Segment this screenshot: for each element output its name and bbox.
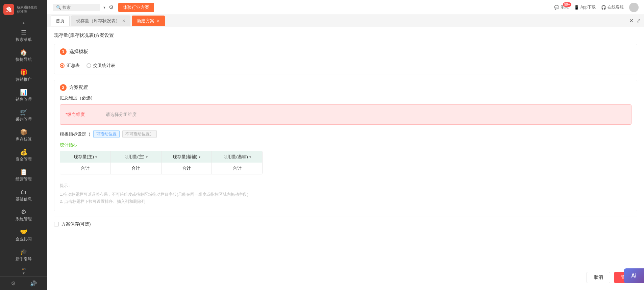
search-box[interactable]: 🔍 (53, 4, 100, 11)
tip-1: 1.拖动标题栏可以调整布局，不可跨维度或指标区域拖动栏目字段(只能在同一维度或指… (60, 191, 631, 198)
settings-bottom-btn[interactable]: ⚙ (11, 280, 16, 287)
try-industry-btn[interactable]: 体验行业方案 (118, 3, 154, 12)
dimension-box[interactable]: *纵向维度 —— 请选择分组维度 (60, 104, 631, 125)
sidebar-item-label: 经营管理 (16, 176, 32, 182)
online-service-btn[interactable]: 🎧 在线客服 (601, 4, 624, 10)
gift-icon: 🎁 (20, 69, 27, 75)
sidebar-item-system[interactable]: ⚙ 系统管理 (0, 206, 47, 225)
sidebar-bottom: ⚙ 🔊 (0, 276, 47, 290)
tabbar: 首页 现存量（库存状况表） ✕ 新建方案 ✕ ✕ ⤢ (47, 15, 644, 27)
ai-assistant-btn[interactable]: Ai (624, 268, 644, 283)
save-label: 方案保存(可选) (61, 221, 91, 227)
indicator-setting-label: 模板指标设定（ (60, 131, 91, 137)
sidebar-item-shortcut[interactable]: 🏠 快捷导航 (0, 46, 47, 66)
dropdown-trigger[interactable]: ▾ (103, 5, 105, 10)
sidebar-item-label: 库存核算 (16, 137, 32, 142)
tip-2: 2. 点击标题栏下拉可设置排序、插入列和删除列 (60, 198, 631, 206)
stats-col-3[interactable]: 现存量(基辅) ▾ (162, 151, 212, 163)
sidebar-item-label: 营销推广 (16, 77, 32, 82)
newbie-icon: 🎓 (20, 249, 27, 255)
stats-col-1[interactable]: 现存量(主) ▾ (60, 151, 111, 163)
tab-new-plan[interactable]: 新建方案 ✕ (132, 16, 165, 26)
stats-col-4-label: 可用量(基辅) (223, 154, 248, 160)
stats-cell-3: 合计 (162, 163, 212, 174)
dimension-required-text: *纵向维度 (66, 112, 85, 118)
stats-col-1-label: 现存量(主) (74, 154, 94, 160)
logo-sub-text: 标准版 (17, 9, 37, 14)
save-checkbox[interactable] (54, 222, 59, 226)
sidebar-item-inventory[interactable]: 📦 库存核算 (0, 126, 47, 146)
close-panel-btn[interactable]: ✕ (629, 18, 634, 24)
tab-home[interactable]: 首页 (51, 16, 70, 26)
online-service-label: 在线客服 (608, 4, 624, 10)
non-draggable-badge: 不可拖动位置） (122, 130, 157, 138)
sidebar-item-label: 企业协同 (16, 236, 32, 242)
stats-label: 统计指标 (60, 142, 631, 148)
step1-number: 1 (60, 48, 67, 55)
headset-icon: 🎧 (601, 5, 606, 10)
cancel-button[interactable]: 取消 (587, 272, 610, 283)
chart-icon: 📊 (20, 89, 27, 95)
topbar-gear-icon[interactable]: ⚙ (109, 4, 114, 10)
tab-new-plan-label: 新建方案 (137, 18, 154, 24)
stats-col-2-label: 可用量(主) (124, 154, 145, 160)
sidebar-item-purchase[interactable]: 🛒 采购管理 (0, 106, 47, 126)
radio-cross[interactable]: 交叉统计表 (86, 63, 115, 69)
tab-new-plan-close-icon[interactable]: ✕ (156, 19, 160, 23)
sidebar-scroll-down[interactable]: ▼ (0, 270, 47, 276)
sidebar-logo: 兔 畅康通好生意 标准版 (0, 0, 47, 19)
sidebar-item-search[interactable]: ☰ 搜索菜单 (0, 26, 47, 46)
message-badge: 99+ (563, 2, 571, 7)
col4-chevron-icon[interactable]: ▾ (249, 155, 251, 159)
col3-chevron-icon[interactable]: ▾ (199, 155, 200, 159)
col1-chevron-icon[interactable]: ▾ (95, 155, 97, 159)
radio-cross-circle[interactable] (86, 63, 91, 68)
dimension-placeholder: 请选择分组维度 (106, 112, 137, 118)
app-download-btn[interactable]: 📱 App下载 (574, 4, 596, 10)
stats-col-2[interactable]: 可用量(主) ▾ (111, 151, 162, 163)
sidebar-item-label: 快捷导航 (16, 57, 32, 63)
tab-inventory-label: 现存量（库存状况表） (76, 18, 120, 24)
step2-header: 2 方案配置 (54, 80, 637, 95)
sidebar-item-corp[interactable]: 🤝 企业协同 (0, 225, 47, 245)
logo-main-text: 畅康通好生意 (17, 5, 37, 9)
stats-table-body: 合计 合计 合计 合计 (60, 163, 262, 174)
stats-col-3-label: 现存量(基辅) (173, 154, 198, 160)
sidebar-item-marketing[interactable]: 🎁 营销推广 (0, 66, 47, 86)
draggable-badge: 可拖动位置 (93, 130, 120, 138)
sidebar-item-sales[interactable]: 📊 销售管理 (0, 86, 47, 106)
sidebar: 兔 畅康通好生意 标准版 ▲ ☰ 搜索菜单 🏠 快捷导航 🎁 营销推广 📊 销售… (0, 0, 47, 290)
sidebar-item-finance[interactable]: 💰 资金管理 (0, 146, 47, 166)
sidebar-item-label: 搜索菜单 (16, 37, 32, 43)
step2-number: 2 (60, 84, 67, 91)
stats-cell-1: 合计 (60, 163, 111, 174)
search-icon: 🔍 (56, 5, 61, 10)
tab-inventory-status[interactable]: 现存量（库存状况表） ✕ (71, 16, 130, 26)
home-icon: 🏠 (20, 49, 27, 55)
radio-summary[interactable]: 汇总表 (60, 63, 80, 69)
sidebar-item-apps[interactable]: 📱 应用中心 (0, 265, 47, 270)
sidebar-item-newbie[interactable]: 🎓 新手引导 (0, 245, 47, 265)
expand-btn[interactable]: ⤢ (636, 18, 641, 24)
message-icon: 💬 (554, 5, 559, 10)
sidebar-item-operation[interactable]: 📋 经营管理 (0, 166, 47, 186)
page-title: 现存量(库存状况表)方案设置 (54, 32, 637, 39)
speaker-bottom-btn[interactable]: 🔊 (30, 280, 37, 287)
tabbar-actions: ✕ ⤢ (629, 18, 641, 24)
sidebar-scroll-up[interactable]: ▲ (0, 19, 47, 26)
col2-chevron-icon[interactable]: ▾ (146, 155, 148, 159)
tab-inventory-close-icon[interactable]: ✕ (122, 19, 125, 23)
sidebar-item-basic[interactable]: 🗂 基础信息 (0, 186, 47, 206)
radio-summary-circle[interactable] (60, 63, 65, 68)
sidebar-nav: ☰ 搜索菜单 🏠 快捷导航 🎁 营销推广 📊 销售管理 🛒 采购管理 📦 库存核… (0, 26, 47, 270)
step1-header: 1 选择模板 (54, 44, 637, 59)
logo-text: 畅康通好生意 标准版 (17, 5, 37, 14)
search-input[interactable] (63, 5, 96, 10)
money-icon: 💰 (20, 149, 27, 155)
message-btn[interactable]: 💬 消息 99+ (554, 4, 569, 10)
stats-col-4[interactable]: 可用量(基辅) ▾ (212, 151, 262, 163)
stats-table: 现存量(主) ▾ 可用量(主) ▾ 现存量(基辅) ▾ 可用量(基辅) (60, 151, 263, 174)
user-avatar[interactable] (629, 3, 639, 12)
logo-icon: 兔 (3, 4, 14, 15)
content-area: 现存量(库存状况表)方案设置 1 选择模板 汇总表 交叉统计表 2 (47, 27, 644, 290)
